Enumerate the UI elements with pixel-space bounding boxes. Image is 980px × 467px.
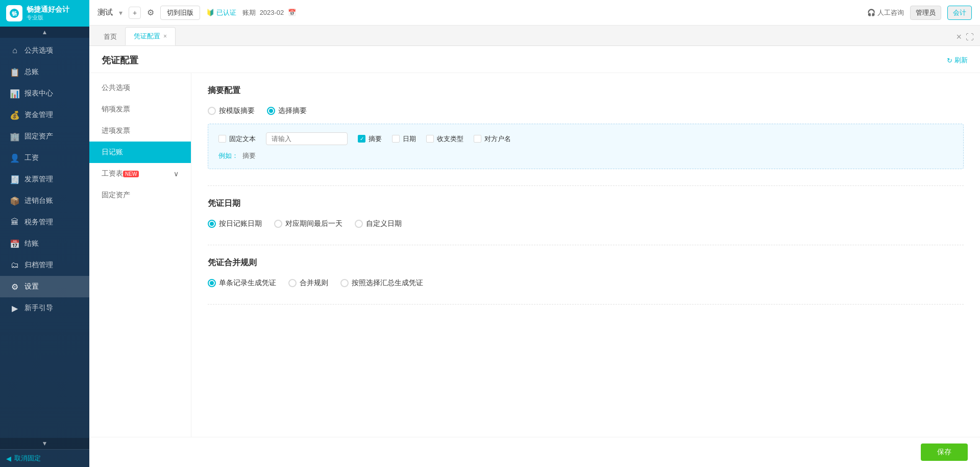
sidebar-item-reports[interactable]: 📊 报表中心 bbox=[0, 83, 89, 104]
calendar-icon[interactable]: 📅 bbox=[288, 9, 296, 16]
summary-checkbox: ✓ bbox=[358, 135, 365, 143]
checkbox-date[interactable]: 日期 bbox=[392, 134, 416, 144]
right-content: 摘要配置 按模版摘要 选择摘要 bbox=[191, 73, 980, 467]
sidebar-scroll-down[interactable]: ▼ bbox=[0, 438, 89, 449]
radio-journal-circle bbox=[208, 220, 216, 228]
fullscreen-icon[interactable]: ⛶ bbox=[966, 33, 974, 42]
content-inner: 凭证配置 ↻ 刷新 公共选项 销项发票 进项发票 日记账 bbox=[89, 46, 980, 467]
arrow-down-icon: ∨ bbox=[174, 170, 179, 178]
sidebar-nav: ⌂ 公共选项 📋 总账 📊 报表中心 💰 资金管理 🏢 固定资产 👤 工资 🧾 … bbox=[0, 38, 89, 438]
summary-config-box: 固定文本 ✓ 摘要 日期 bbox=[208, 124, 964, 169]
sidebar-scroll-up[interactable]: ▲ bbox=[0, 27, 89, 38]
company-dropdown[interactable]: ▾ bbox=[119, 9, 122, 17]
tabbar: 首页 凭证配置 × × ⛶ bbox=[89, 26, 980, 46]
merge-rules-title: 凭证合并规则 bbox=[208, 258, 964, 268]
funds-icon: 💰 bbox=[10, 110, 19, 120]
logo-text: 畅捷通好会计 专业版 bbox=[27, 5, 69, 21]
sidebar-item-sales-purchase[interactable]: 📦 进销台账 bbox=[0, 190, 89, 212]
tab-home[interactable]: 首页 bbox=[95, 28, 125, 45]
merge-radio-single[interactable]: 单条记录生成凭证 bbox=[208, 278, 276, 288]
admin-button[interactable]: 管理员 bbox=[910, 6, 941, 20]
payroll-icon: 👤 bbox=[10, 153, 19, 162]
unpin-icon: ◀ bbox=[6, 455, 11, 462]
summary-radio-group: 按模版摘要 选择摘要 bbox=[208, 106, 964, 115]
radio-circle-template bbox=[208, 107, 216, 115]
sidebar-item-invoice[interactable]: 🧾 发票管理 bbox=[0, 169, 89, 190]
checkbox-summary[interactable]: ✓ 摘要 bbox=[358, 134, 382, 144]
checkbox-income-type[interactable]: 收支类型 bbox=[426, 134, 463, 144]
example-row: 例如： 摘要 bbox=[218, 151, 953, 160]
fixed-text-input[interactable] bbox=[266, 132, 348, 145]
menu-item-sales-invoice[interactable]: 销项发票 bbox=[89, 99, 191, 120]
sidebar-logo: 畅 畅捷通好会计 专业版 bbox=[0, 0, 89, 27]
radio-period-last-circle bbox=[274, 220, 282, 228]
sidebar-item-tax[interactable]: 🏛 税务管理 bbox=[0, 212, 89, 233]
save-button[interactable]: 保存 bbox=[921, 443, 968, 461]
tab-close-icon[interactable]: × bbox=[163, 33, 167, 40]
footer: 保存 bbox=[89, 437, 980, 467]
summary-radio-template[interactable]: 按模版摘要 bbox=[208, 106, 255, 115]
example-value: 摘要 bbox=[242, 152, 256, 159]
menu-item-journal[interactable]: 日记账 bbox=[89, 142, 191, 163]
sidebar-unpin[interactable]: ◀ 取消固定 bbox=[0, 449, 89, 467]
period-label: 账期 2023-02 📅 bbox=[242, 8, 296, 17]
radio-summary-circle bbox=[340, 279, 349, 287]
date-radio-journal[interactable]: 按日记账日期 bbox=[208, 219, 262, 228]
old-version-button[interactable]: 切到旧版 bbox=[160, 6, 200, 20]
sidebar-item-archive[interactable]: 🗂 归档管理 bbox=[0, 254, 89, 276]
menu-item-purchase-invoice[interactable]: 进项发票 bbox=[89, 120, 191, 142]
sidebar-item-home[interactable]: ⌂ 公共选项 bbox=[0, 40, 89, 61]
tax-icon: 🏛 bbox=[10, 218, 19, 227]
left-menu: 公共选项 销项发票 进项发票 日记账 工资表 NEW ∨ bbox=[89, 73, 191, 467]
fixed-text-checkbox bbox=[218, 135, 226, 143]
counterpart-checkbox bbox=[474, 135, 481, 143]
tab-voucher-config[interactable]: 凭证配置 × bbox=[125, 27, 176, 45]
refresh-button[interactable]: ↻ 刷新 bbox=[947, 56, 968, 65]
date-radio-custom[interactable]: 自定义日期 bbox=[355, 219, 402, 228]
section-voucher-date: 凭证日期 按日记账日期 对应期间最后一天 自定义日期 bbox=[208, 198, 964, 228]
merge-radio-summary[interactable]: 按照选择汇总生成凭证 bbox=[340, 278, 423, 288]
checkbox-row: 固定文本 ✓ 摘要 日期 bbox=[218, 132, 953, 145]
invoice-icon: 🧾 bbox=[10, 175, 19, 184]
section-summary-config: 摘要配置 按模版摘要 选择摘要 bbox=[208, 85, 964, 169]
settings-gear-icon[interactable]: ⚙ bbox=[147, 8, 154, 17]
add-tab-button[interactable]: + bbox=[129, 7, 141, 19]
merge-radio-rules[interactable]: 合并规则 bbox=[288, 278, 328, 288]
sidebar-item-guide[interactable]: ▶ 新手引导 bbox=[0, 297, 89, 319]
reports-icon: 📊 bbox=[10, 89, 19, 98]
divider-3 bbox=[208, 304, 964, 305]
close-window-icon[interactable]: × bbox=[956, 32, 962, 42]
radio-rules-circle bbox=[288, 279, 297, 287]
menu-item-public[interactable]: 公共选项 bbox=[89, 77, 191, 99]
checkbox-fixed-text[interactable]: 固定文本 bbox=[218, 134, 256, 144]
checkbox-counterpart[interactable]: 对方户名 bbox=[474, 134, 511, 144]
date-radio-group: 按日记账日期 对应期间最后一天 自定义日期 bbox=[208, 219, 964, 228]
sidebar-item-settings[interactable]: ⚙ 设置 bbox=[0, 276, 89, 297]
svg-text:畅: 畅 bbox=[12, 11, 17, 16]
fixed-assets-icon: 🏢 bbox=[10, 132, 19, 141]
sidebar-item-funds[interactable]: 💰 资金管理 bbox=[0, 104, 89, 126]
summary-radio-select[interactable]: 选择摘要 bbox=[267, 106, 307, 115]
menu-item-payslip[interactable]: 工资表 NEW ∨ bbox=[89, 163, 191, 184]
company-name: 测试 bbox=[97, 8, 113, 17]
headset-icon: 🎧 bbox=[867, 9, 875, 16]
logo-icon: 畅 bbox=[6, 5, 22, 21]
page-title: 凭证配置 bbox=[102, 54, 138, 66]
archive-icon: 🗂 bbox=[10, 261, 19, 270]
accountant-button[interactable]: 会计 bbox=[947, 6, 972, 20]
merge-radio-group: 单条记录生成凭证 合并规则 按照选择汇总生成凭证 bbox=[208, 278, 964, 288]
date-radio-period-last[interactable]: 对应期间最后一天 bbox=[274, 219, 342, 228]
sidebar-item-fixed-assets[interactable]: 🏢 固定资产 bbox=[0, 126, 89, 147]
sidebar-item-ledger[interactable]: 📋 总账 bbox=[0, 61, 89, 83]
sidebar-item-payroll[interactable]: 👤 工资 bbox=[0, 147, 89, 169]
menu-item-fixed-assets-sub[interactable]: 固定资产 bbox=[89, 184, 191, 206]
divider-1 bbox=[208, 185, 964, 186]
support-button[interactable]: 🎧 人工咨询 bbox=[867, 8, 904, 17]
voucher-date-title: 凭证日期 bbox=[208, 198, 964, 209]
sidebar-item-closing[interactable]: 📅 结账 bbox=[0, 233, 89, 254]
radio-single-circle bbox=[208, 279, 216, 287]
guide-icon: ▶ bbox=[10, 303, 19, 313]
divider-2 bbox=[208, 245, 964, 245]
ledger-icon: 📋 bbox=[10, 67, 19, 77]
main-layout: 公共选项 销项发票 进项发票 日记账 工资表 NEW ∨ bbox=[89, 73, 980, 467]
